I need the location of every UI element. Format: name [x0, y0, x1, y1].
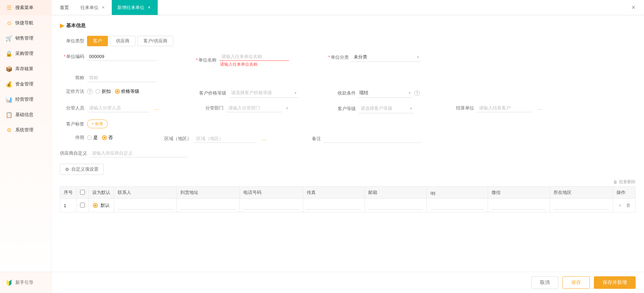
table-row: 1 默认 [60, 199, 636, 212]
sidebar-item-search[interactable]: ☰ 搜索菜单 [0, 0, 51, 15]
contact-input[interactable] [118, 201, 173, 210]
tab-home[interactable]: 首页 [54, 0, 75, 15]
customer-tag-group: 客户标签 + 标签 [60, 120, 636, 128]
fax-input[interactable] [307, 201, 361, 210]
sidebar-item-basic-info[interactable]: 📋 基础信息 [0, 107, 51, 122]
search-menu-icon: ☰ [6, 4, 13, 11]
customer-level-label: 客户等级 [331, 106, 356, 112]
system-icon: ⚙ [6, 127, 13, 133]
sidebar-item-finance[interactable]: 💰 资金管理 [0, 76, 51, 92]
save-new-button[interactable]: 保存并新增 [594, 276, 636, 289]
btn-supplier[interactable]: 供应商 [110, 36, 135, 46]
add-row-icon[interactable]: ＋ [616, 202, 623, 208]
manager-label: 分管人员 [60, 105, 84, 111]
col-default: 设为默认 [89, 187, 114, 199]
phone-input[interactable] [243, 201, 299, 210]
address-input[interactable] [180, 201, 236, 210]
col-contact: 联系人 [114, 187, 177, 199]
region-table-input[interactable] [553, 201, 610, 210]
disabled-no-circle [102, 135, 107, 140]
cell-checkbox[interactable] [77, 199, 89, 212]
pricing-help-icon[interactable]: ? [87, 89, 93, 94]
cancel-button[interactable]: 取消 [531, 276, 558, 289]
cell-qq[interactable] [427, 199, 488, 212]
unit-name-input[interactable] [219, 52, 289, 61]
inventory-icon: 📦 [6, 65, 13, 72]
supplier-custom-label: 供应商自定义 [60, 150, 87, 156]
disabled-yes-radio[interactable]: 是 [87, 135, 98, 141]
default-radio[interactable]: 默认 [92, 202, 110, 209]
cell-address[interactable] [176, 199, 240, 212]
payment-select[interactable]: 现结 ▾ [357, 88, 413, 98]
unit-category-select[interactable]: 未分类 ▾ [352, 52, 421, 62]
customer-tag-label: 客户标签 [60, 121, 84, 127]
sidebar-item-quick-nav[interactable]: ⊙ 快捷导航 [0, 15, 51, 31]
col-seq: 序号 [60, 187, 77, 199]
window-close-btn[interactable]: ✕ [626, 4, 641, 11]
basic-info-icon: 📋 [6, 111, 13, 118]
dept-input[interactable] [226, 104, 282, 112]
unit-name-error: 请输入往来单位名称 [220, 62, 311, 67]
qq-input[interactable] [430, 201, 484, 210]
discount-radio-circle [95, 89, 100, 94]
wechat-input[interactable] [492, 201, 546, 210]
region-more-icon[interactable]: … [260, 136, 268, 142]
manager-group: 分管人员 … [60, 104, 185, 112]
abbr-row: 简称 [60, 74, 636, 82]
tab-new-partner-close[interactable]: ✕ [147, 5, 152, 10]
unit-code-input[interactable] [87, 52, 157, 61]
custom-settings-button[interactable]: ⚙ 自定义项设置 [60, 164, 104, 175]
col-email: 邮箱 [365, 187, 427, 199]
sidebar-item-inventory[interactable]: 📦 库存核算 [0, 61, 51, 76]
unit-type-row: 单位类型 客户 供应商 客户/供应商 [60, 36, 636, 46]
settlement-more-icon[interactable]: … [535, 105, 544, 111]
payment-chevron-icon: ▾ [409, 91, 411, 95]
add-tag-button[interactable]: + 标签 [87, 120, 108, 128]
customer-price-select[interactable]: 请选择客户价格等级 ▾ [229, 88, 299, 98]
tab-new-partner[interactable]: 新增往来单位 ✕ [112, 0, 158, 15]
col-qq: qq [427, 187, 488, 199]
customer-level-select[interactable]: 请选择客户等级 ▾ [359, 104, 414, 113]
sidebar-item-purchase[interactable]: 🔒 采购管理 [0, 46, 51, 61]
remark-input[interactable] [324, 135, 421, 143]
cell-wechat[interactable] [488, 199, 550, 212]
row-checkbox[interactable] [80, 203, 85, 207]
sidebar-item-operations[interactable]: 📊 经营管理 [0, 92, 51, 107]
abbr-input[interactable] [87, 74, 157, 82]
btn-both[interactable]: 客户/供应商 [138, 36, 173, 46]
manager-more-icon[interactable]: … [152, 105, 161, 111]
delete-row-icon[interactable]: 🗑 [625, 202, 632, 208]
disabled-radio-group: 是 否 [87, 135, 113, 141]
sidebar-item-guide[interactable]: 🔰 新手引导 [0, 275, 51, 290]
guide-icon: 🔰 [6, 279, 13, 286]
pricing-level-radio[interactable]: 价格等级 [115, 88, 139, 95]
supplier-custom-row: 供应商自定义 [60, 149, 636, 157]
dept-chevron-icon: ▾ [286, 106, 288, 111]
batch-delete-button[interactable]: 🗑 批量删除 [613, 179, 636, 185]
save-button[interactable]: 保存 [563, 276, 590, 289]
disabled-no-radio[interactable]: 否 [102, 135, 113, 141]
unit-code-name-row: *单位编码 *单位名称 请输入往来单位名称 *单位分类 未分类 [60, 52, 636, 67]
email-input[interactable] [368, 201, 423, 210]
cell-email[interactable] [365, 199, 427, 212]
supplier-custom-group: 供应商自定义 [60, 149, 206, 157]
sidebar-item-system[interactable]: ⚙ 系统管理 [0, 122, 51, 138]
supplier-custom-input[interactable] [90, 149, 187, 157]
tab-partner[interactable]: 往来单位 ✕ [75, 0, 112, 15]
settlement-unit-input[interactable] [477, 104, 533, 112]
cell-phone[interactable] [240, 199, 303, 212]
customer-level-group: 客户等级 请选择客户等级 ▾ [331, 104, 436, 113]
cell-fax[interactable] [303, 199, 365, 212]
cell-contact[interactable] [114, 199, 177, 212]
region-input[interactable] [194, 135, 257, 143]
btn-customer[interactable]: 客户 [87, 36, 108, 46]
cell-region[interactable] [550, 199, 613, 212]
payment-help-icon[interactable]: ? [414, 90, 420, 96]
select-all-checkbox[interactable] [80, 190, 85, 195]
customer-price-group: 客户价格等级 请选择客户价格等级 ▾ [199, 88, 317, 98]
unit-type-buttons: 客户 供应商 客户/供应商 [87, 36, 173, 46]
sidebar-item-sales[interactable]: 🛒 销售管理 [0, 31, 51, 46]
pricing-discount-radio[interactable]: 折扣 [95, 88, 111, 95]
manager-input[interactable] [87, 104, 150, 112]
tab-partner-close[interactable]: ✕ [101, 5, 106, 10]
